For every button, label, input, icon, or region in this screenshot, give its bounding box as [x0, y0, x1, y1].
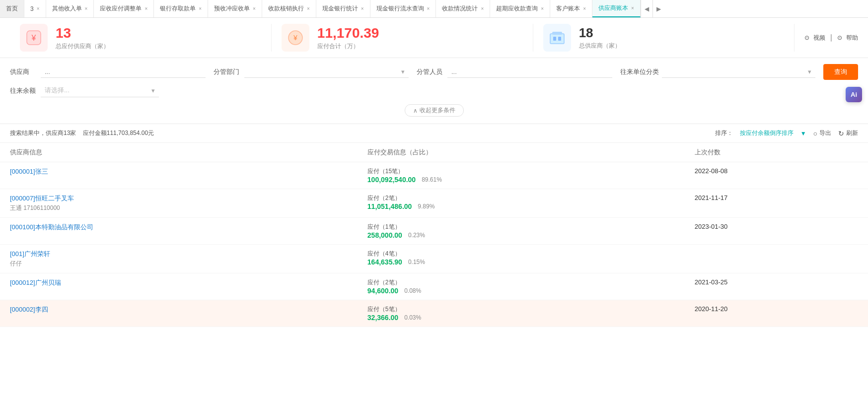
payable-amount-icon: ¥	[282, 24, 309, 52]
page-wrapper: 首页 3 × 其他收入单 × 应收应付调整单 × 银行存取款单 × 预收冲应收单…	[0, 0, 868, 394]
tx-label: 应付（4笔）	[367, 250, 675, 258]
refresh-button[interactable]: ↻ 刷新	[838, 129, 858, 137]
svg-text:¥: ¥	[31, 34, 36, 42]
supplier-cell: [000001]张三	[0, 162, 358, 189]
close-icon[interactable]: ×	[85, 6, 88, 11]
close-icon[interactable]: ×	[145, 6, 147, 11]
payable-amount-number: 11,170.39	[317, 25, 379, 42]
filter-person: 分管人员	[417, 66, 612, 78]
nav-tab-cash-bank-flow[interactable]: 现金银行流水查询 ×	[370, 0, 436, 17]
nav-tab-bank-deposit[interactable]: 银行存取款单 ×	[154, 0, 208, 17]
sort-select[interactable]: 按应付余额倒序排序	[740, 129, 794, 137]
supplier-link[interactable]: [000012]广州贝瑞	[10, 279, 61, 286]
last-payment-date: 2021-03-25	[685, 273, 868, 300]
close-icon[interactable]: ×	[631, 5, 634, 11]
nav-tab-collect-stat[interactable]: 收款情况统计 ×	[436, 0, 490, 17]
supplier-link[interactable]: [001]广州荣轩	[10, 250, 50, 258]
ai-badge[interactable]: Ai	[846, 87, 862, 102]
close-icon[interactable]: ×	[481, 6, 484, 11]
person-input[interactable]	[447, 66, 612, 78]
tx-percent: 0.15%	[408, 259, 425, 265]
supplier-link[interactable]: [000100]本特勤油品有限公司	[10, 223, 93, 231]
balance-select[interactable]: 请选择... ▾	[41, 84, 159, 97]
table-toolbar: 搜索结果中，供应商13家 应付金额111,703,854.00元 排序： 按应付…	[0, 124, 868, 143]
nav-tab-customer-account[interactable]: 客户账本 ×	[550, 0, 592, 17]
nav-tab-home[interactable]: 首页	[0, 0, 24, 17]
video-link[interactable]: 视频	[813, 34, 825, 42]
close-icon[interactable]: ×	[583, 6, 586, 11]
tx-amount[interactable]: 94,600.00	[367, 287, 398, 295]
svg-rect-7	[558, 37, 561, 41]
payable-suppliers-number: 13	[56, 25, 109, 42]
tx-percent: 0.03%	[404, 314, 421, 321]
tx-amount[interactable]: 100,092,540.00	[367, 176, 416, 184]
help-link[interactable]: 帮助	[846, 34, 858, 42]
nav-tab-cash-bank-stat[interactable]: 现金银行统计 ×	[316, 0, 370, 17]
summary-payable-amount: ¥ 11,170.39 应付合计（万）	[272, 24, 533, 52]
tx-amount[interactable]: 32,366.00	[367, 314, 398, 322]
th-tx-info: 应付交易信息（占比）	[358, 143, 685, 162]
chevron-down-icon2: ▾	[808, 68, 811, 75]
tx-percent: 0.23%	[408, 232, 425, 239]
collapse-bar: ∧ 收起更多条件	[10, 101, 858, 118]
search-button[interactable]: 查询	[823, 64, 858, 80]
filter-row-2: 往来余额 请选择... ▾	[10, 84, 858, 97]
toolbar-right: 排序： 按应付余额倒序排序 ▼ ○ 导出 ↻ 刷新	[715, 129, 858, 137]
chevron-down-icon3: ▾	[151, 87, 155, 94]
close-icon[interactable]: ×	[199, 6, 202, 11]
nav-prev-arrow[interactable]: ◀	[641, 0, 652, 17]
tx-amount[interactable]: 164,635.90	[367, 258, 402, 266]
nav-tab-supplier-account[interactable]: 供应商账本 ×	[592, 0, 641, 17]
supplier-link[interactable]: [000001]张三	[10, 168, 48, 175]
nav-tab-collect-verify[interactable]: 收款核销执行 ×	[262, 0, 316, 17]
dept-select[interactable]: ▾	[244, 66, 409, 78]
filter-dept: 分管部门 ▾	[214, 66, 409, 78]
supplier-input[interactable]	[41, 66, 206, 78]
close-icon[interactable]: ×	[427, 6, 430, 11]
refresh-icon: ↻	[838, 130, 844, 137]
th-last-payment: 上次付数	[685, 143, 868, 162]
nav-tab-advance-collect[interactable]: 预收冲应收单 ×	[208, 0, 262, 17]
total-suppliers-text: 18 总供应商（家）	[579, 25, 621, 50]
close-icon[interactable]: ×	[361, 6, 364, 11]
close-icon[interactable]: ×	[541, 6, 544, 11]
close-icon[interactable]: ×	[37, 6, 40, 11]
main-content: 搜索结果中，供应商13家 应付金额111,703,854.00元 排序： 按应付…	[0, 124, 868, 394]
export-button[interactable]: ○ 导出	[813, 129, 831, 137]
tx-cell: 应付（2笔）11,051,486.009.89%	[358, 189, 685, 218]
nav-tab-overdue-collect[interactable]: 超期应收款查询 ×	[490, 0, 550, 17]
supplier-link[interactable]: [000007]恒旺二手叉车	[10, 195, 74, 202]
nav-tab-other-income[interactable]: 其他收入单 ×	[46, 0, 94, 17]
total-suppliers-label: 总供应商（家）	[579, 42, 621, 50]
payable-amount-text: 11,170.39 应付合计（万）	[317, 25, 379, 51]
chevron-down-icon: ▾	[401, 68, 405, 75]
sort-arrow-icon: ▼	[800, 130, 806, 137]
table-row: [001]广州荣轩仔仔应付（4笔）164,635.900.15%	[0, 245, 868, 273]
close-icon[interactable]: ×	[307, 6, 310, 11]
close-icon[interactable]: ×	[253, 6, 256, 11]
nav-tab-3[interactable]: 3 ×	[24, 0, 46, 17]
tx-percent: 0.08%	[404, 287, 421, 294]
nav-next-arrow[interactable]: ▶	[652, 0, 664, 17]
supplier-cell: [000100]本特勤油品有限公司	[0, 218, 358, 245]
filter-balance: 往来余额 请选择... ▾	[10, 84, 159, 97]
tx-cell: 应付（4笔）164,635.900.15%	[358, 245, 685, 273]
supplier-sub-info: 王通 17106110000	[10, 204, 348, 212]
tx-amount[interactable]: 11,051,486.00	[367, 202, 412, 210]
filter-category: 往来单位分类 ▾	[620, 66, 816, 78]
total-suppliers-number: 18	[579, 25, 621, 41]
last-payment-date: 2020-11-20	[685, 300, 868, 327]
person-label: 分管人员	[417, 67, 444, 76]
collapse-button[interactable]: ∧ 收起更多条件	[405, 104, 464, 117]
table-row: [000100]本特勤油品有限公司应付（1笔）258,000.000.23%20…	[0, 218, 868, 245]
tx-percent: 89.61%	[422, 176, 442, 183]
filter-row-1: 供应商 分管部门 ▾ 分管人员 往来单位分类 ▾	[10, 64, 858, 80]
nav-tab-ap-adjust[interactable]: 应收应付调整单 ×	[94, 0, 154, 17]
supplier-cell: [001]广州荣轩仔仔	[0, 245, 358, 273]
table-scroll: 供应商信息 应付交易信息（占比） 上次付数 [000001]张三应付（15笔）1…	[0, 143, 868, 327]
supplier-cell: [000002]李四	[0, 300, 358, 327]
tx-amount[interactable]: 258,000.00	[367, 231, 402, 239]
supplier-link[interactable]: [000002]李四	[10, 306, 48, 313]
tx-cell: 应付（1笔）258,000.000.23%	[358, 218, 685, 245]
category-select[interactable]: ▾	[662, 66, 816, 78]
